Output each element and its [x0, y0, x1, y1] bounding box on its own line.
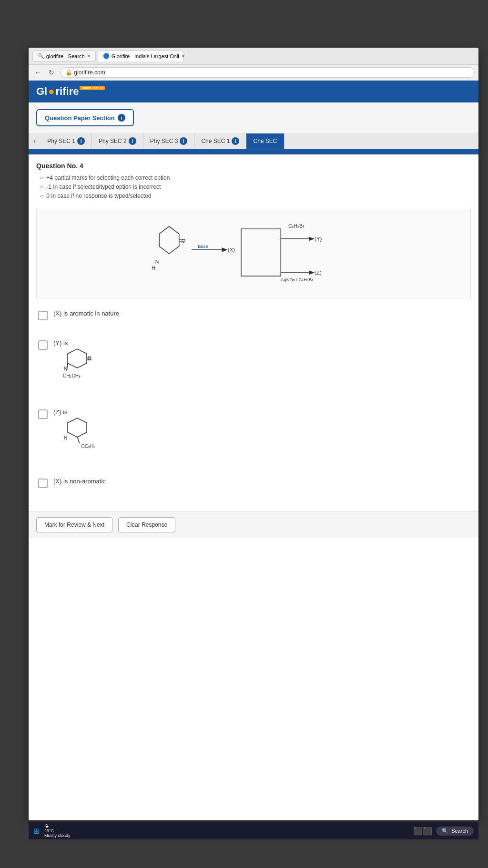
- instructions-block: ○ +4 partial marks for selecting each co…: [36, 174, 471, 201]
- blue-bar: [29, 151, 478, 154]
- windows-start-button[interactable]: ⊞: [33, 827, 40, 836]
- tab-che-sec-label: Che SEC: [253, 138, 277, 144]
- site-logo: Gl ● rifire Timed Test 17: [36, 85, 105, 98]
- logo-dot: ●: [48, 85, 54, 98]
- refresh-button[interactable]: ↻: [47, 68, 56, 77]
- search-tab-label: glorifire - Search: [46, 53, 85, 59]
- svg-text:C₆H₅Br: C₆H₅Br: [288, 224, 305, 229]
- browser-window: 🔍 glorifire - Search ✕ 🔵 Glorifire - Ind…: [29, 48, 478, 820]
- svg-text:(Z): (Z): [315, 270, 322, 276]
- weather-icon: 🌤: [44, 824, 71, 828]
- question-area: Question No. 4 ○ +4 partial marks for se…: [29, 154, 478, 511]
- instruction-3: ○ 0 In case if no response is typed/sele…: [40, 192, 471, 201]
- address-bar[interactable]: 🔒 glorifire.com: [60, 67, 475, 78]
- tab-phy-sec-2[interactable]: Phy SEC 2 i: [92, 133, 143, 149]
- option-a-row: (X) is aromatic in nature: [36, 306, 471, 324]
- option-b-structure: O N CH₂CH₃: [53, 347, 111, 389]
- tabs-nav-left[interactable]: ‹: [29, 133, 41, 149]
- website-content: Gl ● rifire Timed Test 17 Question Paper…: [29, 81, 478, 820]
- weather-desc: Mostly cloudy: [44, 833, 71, 838]
- option-c-checkbox[interactable]: [38, 409, 48, 419]
- tab-phy-sec-2-label: Phy SEC 2: [99, 138, 127, 144]
- svg-text:CH₂CH₃: CH₂CH₃: [63, 373, 81, 378]
- option-d-text: (X) is non-aromatic: [53, 478, 106, 485]
- svg-text:N: N: [155, 259, 159, 265]
- svg-rect-9: [241, 229, 281, 276]
- taskbar-search-box[interactable]: 🔍 Search: [436, 827, 474, 836]
- pyridone-structure: N H O: [152, 226, 185, 271]
- option-b-image: (Y) is O N CH₂CH₃: [53, 339, 111, 389]
- tab-che-sec[interactable]: Che SEC: [246, 133, 284, 149]
- taskbar-search-icon: 🔍: [442, 828, 448, 834]
- tab-phy-sec-1-label: Phy SEC 1: [47, 138, 75, 144]
- option-a-checkbox[interactable]: [38, 311, 48, 320]
- browser-nav: ← ↻ 🔒 glorifire.com: [29, 65, 478, 81]
- glorifire-tab-icon: 🔵: [103, 53, 110, 59]
- reaction-svg: N H O Base (X): [134, 214, 373, 294]
- browser-tab-search[interactable]: 🔍 glorifire - Search ✕: [32, 51, 96, 61]
- logo-text-gl: Gl: [36, 85, 47, 98]
- clear-response-button[interactable]: Clear Response: [118, 517, 175, 532]
- tab-che-sec-1-info: i: [232, 137, 239, 145]
- option-d-checkbox[interactable]: [38, 479, 48, 488]
- tab-phy-sec-3-info: i: [180, 137, 187, 145]
- svg-line-21: [67, 363, 68, 371]
- option-a-text: (X) is aromatic in nature: [53, 310, 119, 317]
- taskbar-icons: ⬛⬛ 🔍 Search: [413, 827, 474, 836]
- bullet-3: ○: [40, 192, 43, 201]
- tab-phy-sec-1-info: i: [77, 137, 85, 145]
- svg-text:O: O: [182, 238, 185, 244]
- logo-text-rifire: rifire: [56, 85, 79, 98]
- browser-tab-glorifire[interactable]: 🔵 Glorifire - India's Largest Onli ✕: [98, 51, 183, 61]
- reaction-diagram: N H O Base (X): [36, 209, 471, 299]
- tab-che-sec-1-label: Che SEC 1: [201, 138, 230, 144]
- svg-text:Base: Base: [198, 244, 208, 248]
- instruction-2: ○ -1 In case if selected/typed option is…: [40, 183, 471, 192]
- laptop-frame: 🔍 glorifire - Search ✕ 🔵 Glorifire - Ind…: [0, 0, 488, 868]
- bullet-2: ○: [40, 183, 43, 192]
- instruction-text-3: 0 In case if no response is typed/select…: [46, 192, 151, 201]
- option-c-image: (Z) is N OC₂H₅: [53, 408, 120, 459]
- taskbar-weather: 🌤 29°C Mostly cloudy: [44, 824, 71, 838]
- section-header: Question Paper Section i: [29, 102, 478, 133]
- tab-che-sec-1[interactable]: Che SEC 1 i: [194, 133, 246, 149]
- weather-temp: 29°C: [44, 828, 71, 833]
- svg-text:(X): (X): [228, 247, 235, 253]
- svg-text:OC₂H₅: OC₂H₅: [81, 444, 95, 449]
- instruction-text-2: -1 In case if selected/typed option is i…: [46, 183, 161, 192]
- tab-phy-sec-1[interactable]: Phy SEC 1 i: [41, 133, 92, 149]
- svg-text:AgNO₃ / C₆H₅Br: AgNO₃ / C₆H₅Br: [281, 277, 313, 282]
- option-c-label: (Z) is: [53, 408, 68, 416]
- search-tab-icon: 🔍: [38, 53, 44, 59]
- section-tabs: ‹ Phy SEC 1 i Phy SEC 2 i Phy SEC 3 i Ch…: [29, 133, 478, 151]
- bullet-1: ○: [40, 174, 43, 183]
- glorifire-tab-label: Glorifire - India's Largest Onli: [112, 53, 179, 59]
- svg-marker-16: [68, 349, 87, 368]
- mark-review-button[interactable]: Mark for Review & Next: [36, 517, 112, 532]
- search-tab-close[interactable]: ✕: [87, 53, 91, 59]
- svg-text:N: N: [64, 435, 67, 440]
- option-b-row: (Y) is O N CH₂CH₃: [36, 336, 471, 393]
- svg-marker-0: [159, 226, 179, 254]
- browser-chrome: 🔍 glorifire - Search ✕ 🔵 Glorifire - Ind…: [29, 48, 478, 65]
- option-b-label: (Y) is: [53, 339, 68, 347]
- answer-options: (X) is aromatic in nature (Y) is O: [36, 306, 471, 492]
- svg-marker-23: [68, 418, 87, 437]
- taskbar-search-label: Search: [451, 828, 468, 834]
- option-c-structure: N OC₂H₅: [53, 416, 120, 459]
- tab-phy-sec-3-label: Phy SEC 3: [150, 138, 178, 144]
- question-paper-section-button[interactable]: Question Paper Section i: [36, 109, 134, 126]
- windows-icon[interactable]: ⬛⬛: [413, 827, 432, 836]
- lock-icon: 🔒: [65, 69, 72, 76]
- logo-badge: Timed Test 17: [80, 86, 104, 90]
- option-c-row: (Z) is N OC₂H₅: [36, 405, 471, 462]
- back-button[interactable]: ←: [32, 68, 43, 77]
- option-b-checkbox[interactable]: [38, 340, 48, 350]
- instruction-1: ○ +4 partial marks for selecting each co…: [40, 174, 471, 183]
- taskbar: ⊞ 🌤 29°C Mostly cloudy ⬛⬛ 🔍 Search: [29, 822, 478, 839]
- tab-phy-sec-3[interactable]: Phy SEC 3 i: [143, 133, 195, 149]
- glorifire-tab-close[interactable]: ✕: [181, 53, 185, 59]
- qp-button-label: Question Paper Section: [45, 114, 115, 122]
- svg-text:(Y): (Y): [315, 236, 322, 242]
- question-number: Question No. 4: [36, 162, 471, 170]
